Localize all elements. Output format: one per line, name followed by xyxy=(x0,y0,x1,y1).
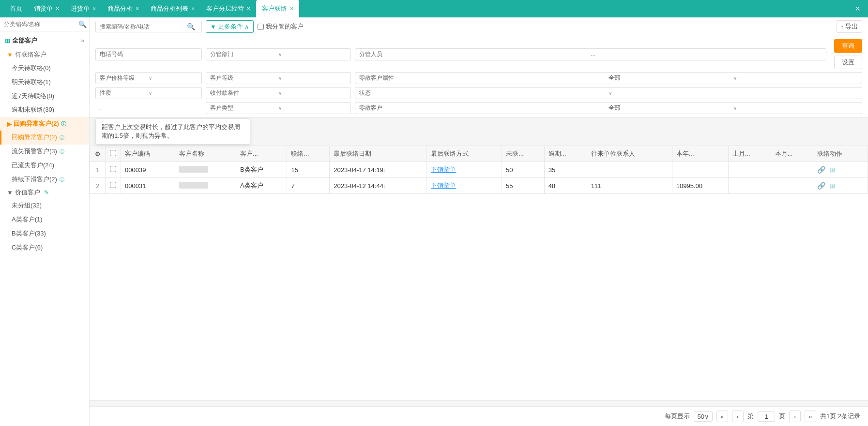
select-all-checkbox[interactable] xyxy=(110,150,116,156)
th-unlinked[interactable]: 未联... xyxy=(502,146,545,162)
row-checkbox-2[interactable] xyxy=(110,182,116,188)
info-icon2[interactable]: ⓘ xyxy=(60,135,64,140)
info-icon3[interactable]: ⓘ xyxy=(60,149,64,154)
th-contact[interactable]: 联络... xyxy=(287,146,330,162)
dept-field[interactable]: 分管部门 ∨ xyxy=(206,48,351,60)
sidebar-item-7days[interactable]: 近7天待联络(0) xyxy=(0,89,89,103)
customer-grade-dd: ∨ xyxy=(278,75,347,81)
sidebar-item-repurchase-active[interactable]: 回购异常客户(2) ⓘ xyxy=(0,131,89,145)
th-check[interactable] xyxy=(106,146,121,162)
last-page-btn[interactable]: » xyxy=(805,411,816,422)
th-gear[interactable]: ⚙ xyxy=(90,146,106,162)
close-analysis-tab[interactable]: × xyxy=(136,5,139,12)
my-customer-checkbox[interactable] xyxy=(258,24,264,30)
filter-icon: ▼ xyxy=(210,23,216,30)
payment-field[interactable]: 收付款条件 ∨ xyxy=(206,87,351,99)
sidebar-section-pending[interactable]: ▼ 待联络客户 xyxy=(0,48,89,61)
sidebar-search-input[interactable] xyxy=(4,21,76,28)
more-conditions-btn[interactable]: ▼ 更多条件 ∧ xyxy=(206,20,254,33)
row-method-2[interactable]: 下销货单 xyxy=(427,178,502,194)
nav-customer-contact[interactable]: 客户联络 × xyxy=(256,0,299,17)
nav-purchase[interactable]: 进货单 × xyxy=(65,0,102,17)
page-input[interactable] xyxy=(758,411,775,422)
sidebar: 🔍 ⊞ 全部客户 » ▼ 待联络客户 今天待联络(0) 明天待联络(1) 近7天… xyxy=(0,17,90,426)
person-dots[interactable]: ... xyxy=(589,51,822,58)
sidebar-item-b-class[interactable]: B类客户(33) xyxy=(0,227,89,241)
info-icon[interactable]: ⓘ xyxy=(61,120,66,128)
th-last-date[interactable]: 最后联络日期 xyxy=(330,146,427,162)
action-grid-2[interactable]: ⊞ xyxy=(829,182,835,190)
edit-icon[interactable]: ✎ xyxy=(44,189,49,196)
price-grade-field[interactable]: 客户价格等级 ∨ xyxy=(95,72,202,84)
th-name[interactable]: 客户名称 xyxy=(175,146,236,162)
my-customer-checkbox-wrap[interactable]: 我分管的客户 xyxy=(258,22,304,31)
close-sales-tab[interactable]: × xyxy=(56,5,59,12)
status-field[interactable]: 状态 ∨ xyxy=(355,87,862,99)
sidebar-item-overdue[interactable]: 逾期未联络(30) xyxy=(0,103,89,117)
row-code-2: 000031 xyxy=(121,178,175,194)
action-grid-1[interactable]: ⊞ xyxy=(829,166,835,174)
page-size-select[interactable]: 50 ∨ xyxy=(694,411,712,422)
th-overdue[interactable]: 逾期... xyxy=(544,146,587,162)
horizontal-scrollbar[interactable] xyxy=(90,400,868,406)
action-link-1[interactable]: 🔗 xyxy=(817,166,825,174)
close-purchase-tab[interactable]: × xyxy=(92,5,96,12)
close-customer-contact-tab[interactable]: × xyxy=(290,5,293,12)
main-search-icon[interactable]: 🔍 xyxy=(187,23,195,30)
row-check-1[interactable] xyxy=(106,162,121,178)
retail-customer-dd: ∨ xyxy=(733,105,858,111)
prev-page-btn[interactable]: ‹ xyxy=(732,411,744,422)
sidebar-search-icon[interactable]: 🔍 xyxy=(78,20,87,28)
top-nav: 首页 销货单 × 进货单 × 商品分析 × 商品分析列表 × 客户分层经营 × … xyxy=(0,0,868,17)
row-thismonth-2 xyxy=(771,178,813,194)
export-button[interactable]: ↑ 导出 xyxy=(837,20,863,33)
sidebar-item-tomorrow[interactable]: 明天待联络(1) xyxy=(0,75,89,89)
nav-customer-tier[interactable]: 客户分层经营 × xyxy=(200,0,256,17)
collapse-icon[interactable]: » xyxy=(81,37,84,44)
setting-button[interactable]: 设置 xyxy=(834,56,862,69)
row4-dots[interactable]: ... xyxy=(95,104,105,112)
sidebar-item-a-class[interactable]: A类客户(1) xyxy=(0,213,89,227)
sidebar-section-repurchase[interactable]: ▶ 回购异常客户(2) ⓘ xyxy=(0,117,89,131)
person-field[interactable]: 分管人员 ... xyxy=(355,48,826,60)
main-search-input[interactable] xyxy=(100,23,187,30)
th-last-month[interactable]: 上月... xyxy=(728,146,771,162)
th-last-method[interactable]: 最后联络方式 xyxy=(427,146,502,162)
th-code[interactable]: 客户编码 xyxy=(121,146,175,162)
action-link-2[interactable]: 🔗 xyxy=(817,182,825,190)
sidebar-item-declining[interactable]: 持续下滑客户(2) ⓘ xyxy=(0,173,89,187)
close-analysis-list-tab[interactable]: × xyxy=(191,5,195,12)
retail-customer-field[interactable]: 零散客户 全部 ∨ xyxy=(355,102,862,114)
customer-grade-field[interactable]: 客户等级 ∨ xyxy=(206,72,351,84)
close-customer-tier-tab[interactable]: × xyxy=(247,5,250,12)
th-action[interactable]: 联络动作 xyxy=(813,146,868,162)
th-type[interactable]: 客户... xyxy=(236,146,287,162)
row-checkbox-1[interactable] xyxy=(110,166,116,172)
sidebar-item-ungroup[interactable]: 未分组(32) xyxy=(0,199,89,213)
query-button[interactable]: 查询 xyxy=(834,39,862,53)
nav-analysis[interactable]: 商品分析 × xyxy=(102,0,145,17)
sidebar-all-customers[interactable]: ⊞ 全部客户 » xyxy=(0,33,89,48)
th-this-year[interactable]: 本年... xyxy=(672,146,728,162)
row-check-2[interactable] xyxy=(106,178,121,194)
sidebar-item-lost[interactable]: 已流失客户(24) xyxy=(0,159,89,173)
sidebar-item-loss-warning[interactable]: 流失预警客户(3) ⓘ xyxy=(0,145,89,159)
nav-sales[interactable]: 销货单 × xyxy=(28,0,65,17)
sidebar-item-c-class[interactable]: C类客户(6) xyxy=(0,241,89,255)
sidebar-item-today[interactable]: 今天待联络(0) xyxy=(0,61,89,75)
th-partner[interactable]: 往来单位联系人 xyxy=(587,146,672,162)
customer-type-field[interactable]: 客户类型 ∨ xyxy=(206,102,351,114)
th-this-month[interactable]: 本月... xyxy=(771,146,813,162)
nav-analysis-list[interactable]: 商品分析列表 × xyxy=(145,0,200,17)
window-close-button[interactable]: × xyxy=(851,4,864,14)
next-page-btn[interactable]: › xyxy=(789,411,801,422)
gender-field[interactable]: 性质 ∨ xyxy=(95,87,202,99)
sidebar-section-value[interactable]: ▼ 价值客户 ✎ xyxy=(0,186,89,199)
info-icon4[interactable]: ⓘ xyxy=(60,177,64,182)
nav-home[interactable]: 首页 xyxy=(4,0,28,17)
first-page-btn[interactable]: « xyxy=(716,411,728,422)
retail-attr-field[interactable]: 零散客户属性 全部 ∨ xyxy=(355,72,862,84)
phone-field[interactable]: 电话号码 xyxy=(95,48,202,60)
row-method-1[interactable]: 下销货单 xyxy=(427,162,502,178)
right-content: 🔍 ▼ 更多条件 ∧ 我分管的客户 ↑ 导出 电话号码 xyxy=(90,17,868,426)
